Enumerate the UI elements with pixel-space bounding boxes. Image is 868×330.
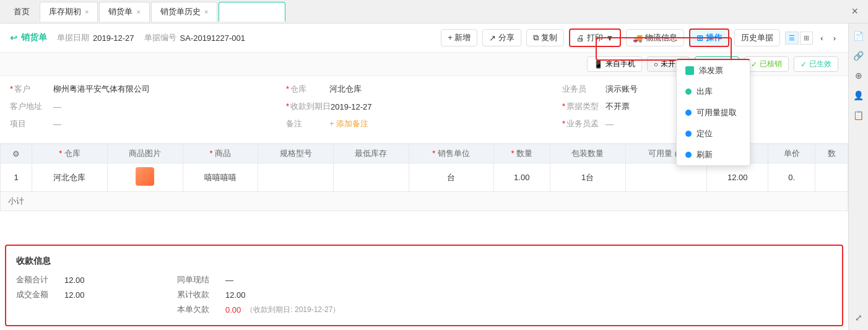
gear-icon[interactable]: ⚙ (12, 149, 20, 158)
doc-type-icon: ↩ (10, 33, 17, 43)
subtotal-row: 小计 (1, 192, 848, 211)
locate-icon (685, 131, 692, 137)
sold-button[interactable]: ✓ 已核销 (744, 56, 789, 72)
row-amount (815, 163, 848, 192)
doc-date-value: 2019-12-27 (93, 33, 134, 43)
doc-no-label: 单据编号 (144, 32, 176, 43)
tab-inventory-init-close[interactable]: × (85, 8, 89, 15)
outstanding-value: 0.00 (225, 305, 241, 315)
amount-total-value: 12.00 (64, 276, 85, 285)
share-button[interactable]: ↗ 分享 (482, 29, 521, 46)
sidebar-doc-icon[interactable]: 📄 (851, 28, 866, 43)
payment-date-label: 收款到期日 (286, 101, 331, 112)
ship-out-label: 出库 (697, 86, 713, 97)
col-min-stock: 最低库存 (333, 144, 409, 163)
menu-locate[interactable]: 定位 (677, 123, 750, 144)
view-list-button[interactable]: ☰ (785, 32, 799, 45)
salesperson2-label: 业务员孟 (562, 118, 605, 129)
sidebar-user-icon[interactable]: 👤 (851, 88, 866, 103)
row-unit: 台 (409, 163, 493, 192)
tab-view-sales[interactable]: 查看销货单 × (219, 2, 285, 22)
tab-sales-order-close[interactable]: × (136, 8, 140, 15)
address-field: 客户地址 — (10, 101, 286, 112)
row-spec (258, 163, 334, 192)
logistics-button[interactable]: 🚚 物流信息 (626, 29, 684, 46)
tab-inventory-init-label: 库存期初 (49, 6, 81, 17)
warehouse-value: 河北仓库 (329, 84, 362, 95)
tab-view-sales-close[interactable]: × (272, 8, 276, 15)
same-settle-value: — (225, 276, 233, 285)
copy-button[interactable]: ⧉ 复制 (526, 29, 564, 46)
col-pack-qty: 包装数量 (550, 144, 625, 163)
ticket-type-value: 不开票 (605, 101, 630, 112)
operate-dropdown: 添发票 出库 可用量提取 定位 刷新 (676, 59, 750, 166)
outstanding-row: 本单欠款 0.00 （收款到期日: 2019-12-27） (177, 304, 832, 315)
address-value: — (53, 102, 61, 111)
from-phone-label: 来自手机 (605, 59, 635, 69)
operate-icon: ⊞ (697, 33, 703, 43)
operate-button[interactable]: ⊞ 操作 (689, 28, 729, 47)
nav-prev[interactable]: ‹ (818, 33, 825, 43)
sidebar-link-icon[interactable]: 🔗 (851, 48, 866, 63)
add-note-button[interactable]: + 添加备注 (329, 118, 368, 129)
logistics-label: 物流信息 (645, 32, 677, 43)
sidebar-add-icon[interactable]: ⊕ (853, 68, 865, 83)
nav-next[interactable]: › (831, 33, 838, 43)
col-product: 商品 (183, 144, 258, 163)
from-phone-button[interactable]: 📱 来自手机 (587, 56, 642, 72)
tab-home[interactable]: 首页 (5, 2, 38, 22)
outstanding-hint: （收款到期日: 2019-12-27） (246, 305, 340, 315)
row-pack-qty: 1台 (550, 163, 625, 192)
sidebar-list-icon[interactable]: 📋 (851, 108, 866, 123)
project-field: 项目 — (10, 118, 286, 129)
tab-sales-order[interactable]: 销货单 × (99, 2, 149, 22)
doc-date-label: 单据日期 (57, 32, 89, 43)
doc-type: ↩ 销货单 (10, 32, 47, 43)
salesperson-label: 业务员 (562, 84, 605, 95)
salesperson-value: 演示账号 (605, 84, 638, 95)
customer-field: 客户 柳州粤港平安气体有限公司 (10, 84, 286, 95)
col-unit: 销售单位 (409, 144, 493, 163)
menu-available-qty[interactable]: 可用量提取 (677, 102, 750, 123)
bottom-left: 金额合计 12.00 成交金额 12.00 (16, 274, 177, 315)
sidebar-expand-icon[interactable]: ⤢ (853, 310, 865, 325)
share-label: 分享 (498, 32, 514, 43)
row-warehouse: 河北仓库 (32, 163, 108, 192)
row-no: 1 (1, 163, 32, 192)
tab-sales-history[interactable]: 销货单历史 × (151, 2, 217, 22)
bottom-right: 同单现结 — 累计收款 12.00 本单欠款 0.00 （收款到期日: 2019… (177, 274, 832, 315)
menu-ship-out[interactable]: 出库 (677, 81, 750, 102)
right-sidebar: 📄 🔗 ⊕ 👤 📋 ⤢ (848, 24, 868, 330)
add-button[interactable]: + 新增 (441, 29, 477, 46)
tab-view-sales-label: 查看销货单 (228, 6, 268, 17)
refresh-label: 刷新 (697, 149, 713, 160)
deal-amount-row: 成交金额 12.00 (16, 289, 177, 300)
doc-type-label: 销货单 (21, 32, 47, 43)
doc-date-meta: 单据日期 2019-12-27 (57, 32, 134, 43)
effective-button[interactable]: ✓ 已生效 (794, 56, 838, 72)
tab-bar: 首页 库存期初 × 销货单 × 销货单历史 × 查看销货单 × × (0, 0, 868, 24)
tab-inventory-init[interactable]: 库存期初 × (40, 2, 98, 22)
payment-date-value: 2019-12-27 (331, 102, 372, 111)
view-toggle: ☰ ⊞ (785, 32, 813, 45)
tab-home-label: 首页 (14, 6, 30, 17)
print-button[interactable]: 🖨 打印 ▼ (569, 28, 621, 47)
menu-refresh[interactable]: 刷新 (677, 144, 750, 165)
history-button[interactable]: 历史单据 (734, 29, 780, 46)
window-close[interactable]: × (846, 5, 863, 18)
salesperson2-value: — (605, 119, 614, 129)
project-value: — (53, 119, 61, 129)
project-label: 项目 (10, 118, 53, 129)
table-row: 1 河北仓库 嘻嘻嘻嘻 台 1.00 1台 12.00 0. (1, 163, 848, 192)
menu-add-invoice[interactable]: 添发票 (677, 60, 750, 81)
tab-sales-history-close[interactable]: × (204, 8, 208, 15)
amount-total-label: 金额合计 (16, 274, 59, 285)
operate-label: 操作 (706, 32, 722, 43)
ship-out-icon (685, 89, 692, 95)
same-settle-label: 同单现结 (177, 274, 220, 285)
row-stock: 12.00 (707, 163, 768, 192)
customer-value: 柳州粤港平安气体有限公司 (53, 84, 150, 95)
view-grid-button[interactable]: ⊞ (800, 32, 813, 45)
effective-label: 已生效 (809, 59, 831, 69)
col-product-img: 商品图片 (107, 144, 183, 163)
